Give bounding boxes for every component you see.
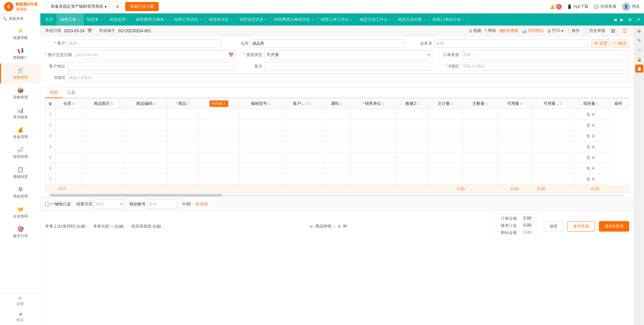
right-panel-icon-4[interactable]: 🔒 — [635, 55, 643, 63]
tab-close-icon[interactable]: × — [165, 18, 167, 22]
table-cell[interactable] — [428, 109, 463, 120]
bank-dots[interactable]: ··· — [172, 201, 176, 207]
row-copy-button[interactable]: ⊕ — [592, 166, 595, 171]
sidebar-item-operations[interactable]: 📈 经营管理 — [0, 143, 40, 163]
video-btn[interactable]: ⊙ 视频 — [469, 28, 481, 34]
table-cell[interactable] — [167, 152, 198, 163]
save-new-button[interactable]: 保存&新增 — [599, 221, 629, 232]
staff-input[interactable] — [436, 41, 582, 46]
settle-method-input[interactable] — [96, 202, 120, 206]
horizontal-scrollbar[interactable] — [50, 194, 624, 197]
table-cell[interactable] — [82, 163, 125, 174]
tab-close-icon[interactable]: × — [100, 18, 102, 22]
table-cell[interactable] — [350, 120, 396, 131]
online-service[interactable]: 💬 在线客服 — [594, 4, 616, 9]
tab-daily-reconcile[interactable]: 钱货日清对账 × — [394, 13, 429, 26]
tab-next-button[interactable]: ▶ — [619, 17, 625, 22]
sidebar-item-system[interactable]: ⚙ 系统管理 — [0, 182, 40, 202]
table-cell[interactable] — [397, 109, 428, 120]
table-cell[interactable] — [239, 131, 282, 141]
row-copy-button[interactable]: ⊕ — [592, 123, 595, 128]
scan-button[interactable]: 扫码录入 — [210, 100, 228, 107]
tab-order-history[interactable]: 销售订单历史 × — [171, 13, 205, 26]
table-cell[interactable] — [532, 152, 573, 163]
table-cell[interactable] — [350, 109, 396, 120]
delivery-calendar-icon[interactable]: 📅 — [228, 52, 234, 57]
tab-close-icon[interactable]: × — [127, 18, 129, 22]
table-cell[interactable] — [282, 141, 323, 152]
table-cell[interactable] — [323, 163, 350, 174]
table-cell[interactable] — [82, 141, 125, 152]
table-cell[interactable] — [323, 120, 350, 131]
table-cell[interactable] — [428, 174, 463, 185]
table-cell[interactable] — [463, 109, 497, 120]
table-cell[interactable] — [125, 141, 167, 152]
table-cell[interactable] — [350, 141, 396, 152]
add-column-button[interactable]: + 物流 — [612, 39, 629, 48]
settle-method-select[interactable]: ▾ — [94, 200, 124, 208]
sidebar-item-quick-nav[interactable]: ⚡ 快捷导航 — [0, 24, 40, 44]
table-cell[interactable] — [198, 152, 239, 163]
table-cell[interactable] — [55, 152, 83, 163]
table-cell[interactable] — [282, 174, 323, 185]
table-cell[interactable] — [198, 163, 239, 174]
table-cell[interactable] — [282, 109, 323, 120]
table-cell[interactable] — [463, 131, 497, 141]
table-cell[interactable] — [463, 152, 497, 163]
view-toggle-icon[interactable]: ⊞ — [609, 28, 617, 34]
sidebar-item-base-info[interactable]: 📋 基础信息 — [0, 163, 40, 182]
customer-dots[interactable]: ··· — [216, 41, 220, 46]
table-cell[interactable] — [397, 163, 428, 174]
delivery-input[interactable] — [76, 52, 228, 57]
table-cell[interactable] — [167, 141, 198, 152]
row-copy-button[interactable]: ⊕ — [592, 144, 595, 149]
row-copy-button[interactable]: ⊕ — [592, 176, 595, 181]
sidebar-settings[interactable]: ⚙ 设置 — [0, 293, 40, 309]
table-cell[interactable] — [428, 141, 463, 152]
invoice-select[interactable]: 不开票 ▾ — [264, 50, 432, 59]
shortcut-btn[interactable]: ⌨ 快捷键 — [499, 28, 518, 34]
staff-dots[interactable]: ··· — [583, 41, 587, 46]
print-btn[interactable]: 🖨 打印 ▾ — [547, 28, 563, 34]
tab-summary[interactable]: 汇总 — [63, 88, 80, 98]
address-input-wrap[interactable]: ··· — [67, 62, 235, 71]
tab-sales-return[interactable]: 销货退货 × — [106, 13, 132, 26]
remark-input-wrap[interactable] — [264, 62, 432, 71]
a-project-input-wrap[interactable] — [461, 62, 629, 71]
address-dots[interactable]: ··· — [230, 64, 234, 69]
table-cell[interactable] — [282, 131, 323, 141]
table-cell[interactable] — [82, 152, 125, 163]
customer-input[interactable] — [69, 41, 216, 46]
table-cell[interactable] — [350, 152, 396, 163]
row-delete-button[interactable]: 🗑 — [586, 155, 591, 160]
search-menu-item[interactable]: 🔍 搜索菜单 — [0, 13, 40, 24]
sidebar-item-finance[interactable]: 💰 资金管理 — [0, 123, 40, 143]
calendar-icon[interactable]: 📅 — [87, 29, 92, 33]
row-delete-button[interactable]: 🗑 — [586, 144, 591, 149]
table-cell[interactable] — [350, 131, 396, 141]
table-cell[interactable] — [428, 131, 463, 141]
tab-close-icon[interactable]: × — [423, 18, 425, 22]
table-cell[interactable] — [82, 109, 125, 120]
sidebar-item-collaboration[interactable]: 🤝 企业协同 — [0, 202, 40, 222]
help-btn[interactable]: ? 帮助 — [485, 28, 496, 34]
app-download[interactable]: 📱 App下载 — [567, 4, 589, 9]
history-btn[interactable]: 📄 历史单据 — [583, 28, 605, 34]
table-cell[interactable] — [239, 152, 282, 163]
row-delete-button[interactable]: 🗑 — [586, 123, 591, 128]
table-cell[interactable] — [82, 120, 125, 131]
discard-button[interactable]: 放弃 — [544, 221, 563, 232]
order-source-input-wrap[interactable]: ··· — [461, 50, 629, 59]
table-cell[interactable] — [463, 141, 497, 152]
warehouse-input-wrap[interactable]: 成品库 ··· — [251, 39, 405, 48]
table-cell[interactable] — [55, 120, 83, 131]
tab-expense-history[interactable]: 销售费用分摊单历史 × — [271, 13, 317, 26]
table-cell[interactable] — [125, 152, 167, 163]
table-cell[interactable] — [498, 163, 532, 174]
solution-button[interactable]: 体验行业方案 — [125, 2, 159, 11]
system-selector[interactable]: 装备及固定资产辅助管理系统 ▾ — [48, 2, 110, 11]
profit-btn[interactable]: 📊 毛利预估 — [522, 28, 544, 34]
table-cell[interactable] — [323, 131, 350, 141]
tab-grid-icon[interactable]: ⊞ — [626, 17, 634, 22]
staff-input-wrap[interactable]: ··· — [434, 39, 589, 48]
